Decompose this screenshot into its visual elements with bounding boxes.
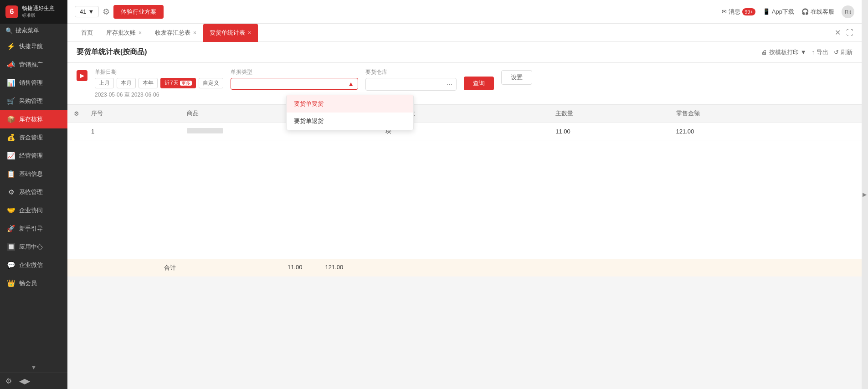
warehouse-label: 要货仓库 [365,68,457,76]
type-input-wrapper[interactable]: ▲ [231,78,358,90]
tab-inventory-batch-label: 库存批次账 [106,29,136,37]
page-content: 要货单统计表(按商品) 🖨 按模板打印 ▼ ↑ 导出 ↺ 刷新 ▶ [67,42,862,389]
warehouse-filter-group: 要货仓库 ··· [365,68,457,91]
collapse-icon[interactable]: ◀▶ [19,377,30,385]
topbar: 41 ▼ ⚙ 体验行业方案 ✉ 消息 99+ 📱 App下载 🎧 在线客服 Ri… [67,0,862,24]
sidebar-item-system[interactable]: ⚙ 系统管理 [0,183,67,201]
nav-label: 快捷导航 [19,42,43,51]
type-filter-label: 单据类型 [231,68,358,76]
scroll-down-btn[interactable]: ▼ [0,362,67,373]
store-selector[interactable]: 41 ▼ [75,6,99,17]
date-filter-group: 单据日期 上月 本月 本年 近7天 更多 自定义 2023-05-06 至 20… [95,68,223,99]
brand-name: 畅捷通好生意 [22,5,55,12]
date-btn-this-year[interactable]: 本年 [139,78,158,88]
brand-sub: 标准版 [22,12,55,19]
filter-toggle-btn[interactable]: ▶ [77,70,87,81]
logo-icon: 6 [5,5,18,18]
tab-inventory-batch-close[interactable]: × [139,30,142,36]
sidebar-item-purchase[interactable]: 🛒 采购管理 [0,92,67,110]
page-header: 要货单统计表(按商品) 🖨 按模板打印 ▼ ↑ 导出 ↺ 刷新 [67,42,862,63]
date-btn-last-month[interactable]: 上月 [95,78,114,88]
purchase-icon: 🛒 [6,97,15,106]
main-content: 41 ▼ ⚙ 体验行业方案 ✉ 消息 99+ 📱 App下载 🎧 在线客服 Ri… [67,0,862,389]
guide-icon: 🚀 [6,224,15,233]
search-label: 搜索菜单 [15,26,39,35]
sidebar-item-apps[interactable]: 🔲 应用中心 [0,238,67,256]
sidebar-item-operations[interactable]: 📈 经营管理 [0,147,67,165]
sidebar-item-quick-nav[interactable]: ⚡ 快捷导航 [0,37,67,56]
date-btn-last-7days[interactable]: 近7天 更多 [160,78,196,88]
app-download-btn[interactable]: 📱 App下载 [763,8,794,16]
search-menu[interactable]: 🔍 搜索菜单 [0,24,67,37]
footer-label: 合计 [164,264,176,272]
sidebar-item-enterprise[interactable]: 🤝 企业协同 [0,201,67,220]
date-btn-this-month[interactable]: 本月 [117,78,136,88]
data-table-container: ⚙ 序号 商品 主计量单位 主数量 零售金额 1 [67,105,862,140]
footer-amount: 121.00 [325,264,344,272]
table-footer: 合计 11.00 121.00 [67,259,862,276]
print-button[interactable]: 🖨 按模板打印 ▼ [761,48,806,56]
sidebar-item-sales[interactable]: 📊 销售管理 [0,74,67,92]
nav-label: 企业协同 [19,206,43,215]
tab-close-all-icon[interactable]: ✕ [834,27,842,38]
settings-icon[interactable]: ⚙ [5,377,12,385]
tab-inventory-batch[interactable]: 库存批次账 × [100,24,149,42]
topbar-left: 41 ▼ ⚙ 体验行业方案 [75,5,716,19]
sidebar-item-marketing[interactable]: 📣 营销推广 [0,56,67,74]
topbar-settings-icon[interactable]: ⚙ [103,7,110,17]
warehouse-input[interactable] [370,81,447,88]
service-btn[interactable]: 🎧 在线客服 [801,8,834,16]
date-btn-custom[interactable]: 自定义 [199,78,223,88]
type-input[interactable] [235,81,348,87]
col-settings[interactable]: ⚙ [67,105,86,123]
sidebar-item-wechat[interactable]: 💬 企业微信 [0,256,67,274]
store-chevron-icon: ▼ [88,8,94,15]
tab-expand-icon[interactable]: ⛶ [845,28,854,38]
user-name: Rit [845,9,851,15]
page-title: 要货单统计表(按商品) [77,47,147,57]
query-button[interactable]: 查询 [464,77,494,90]
nav-label: 库存核算 [19,115,43,123]
sidebar-nav: ⚡ 快捷导航 📣 营销推广 📊 销售管理 🛒 采购管理 📦 库存核算 💰 资金管… [0,37,67,362]
store-name: 41 [80,8,86,15]
nav-label: 资金管理 [19,133,43,142]
type-chevron-icon[interactable]: ▲ [348,80,354,87]
tab-order-stats[interactable]: 要货单统计表 × [203,24,258,42]
cell-num: 1 [86,123,181,140]
right-collapse-handle[interactable]: ▶ [862,0,868,389]
cell-amount: 121.00 [671,123,816,140]
cell-settings [67,123,86,140]
enterprise-icon: 🤝 [6,206,15,215]
footer-qty: 11.00 [288,264,303,272]
sidebar-item-inventory[interactable]: 📦 库存核算 [0,110,67,128]
set-button[interactable]: 设置 [501,70,532,85]
cell-empty [816,123,862,140]
refresh-icon: ↺ [834,49,839,56]
nav-label: 应用中心 [19,243,43,251]
user-avatar[interactable]: Rit [842,5,854,18]
warehouse-more-icon[interactable]: ··· [447,80,452,88]
sidebar-item-basics[interactable]: 📋 基础信息 [0,165,67,183]
sidebar-item-guide[interactable]: 🚀 新手引导 [0,220,67,238]
tab-recv-summary[interactable]: 收发存汇总表 × [149,24,203,42]
tab-recv-summary-label: 收发存汇总表 [155,29,190,37]
nav-label: 销售管理 [19,79,43,87]
export-button[interactable]: ↑ 导出 [812,48,829,56]
footer-qty-spacer [176,264,288,272]
message-badge: 99+ [742,8,755,15]
quick-nav-icon: ⚡ [6,42,15,51]
header-actions: 🖨 按模板打印 ▼ ↑ 导出 ↺ 刷新 [761,48,853,56]
message-btn[interactable]: ✉ 消息 99+ [722,8,755,16]
tab-home[interactable]: 首页 [75,24,100,42]
dropdown-item-label: 要货单退货 [294,118,324,124]
refresh-button[interactable]: ↺ 刷新 [834,48,853,56]
warehouse-input-wrapper[interactable]: ··· [365,78,457,91]
tab-recv-summary-close[interactable]: × [193,30,196,36]
dropdown-item-purchase-order[interactable]: 要货单要货 [287,95,413,113]
tab-order-stats-close[interactable]: × [248,30,251,36]
dropdown-item-purchase-return[interactable]: 要货单退货 [287,113,413,130]
industry-button[interactable]: 体验行业方案 [113,5,164,19]
sidebar-item-vip[interactable]: 👑 畅会员 [0,274,67,292]
footer-amount-spacer [303,264,325,272]
sidebar-item-finance[interactable]: 💰 资金管理 [0,128,67,147]
